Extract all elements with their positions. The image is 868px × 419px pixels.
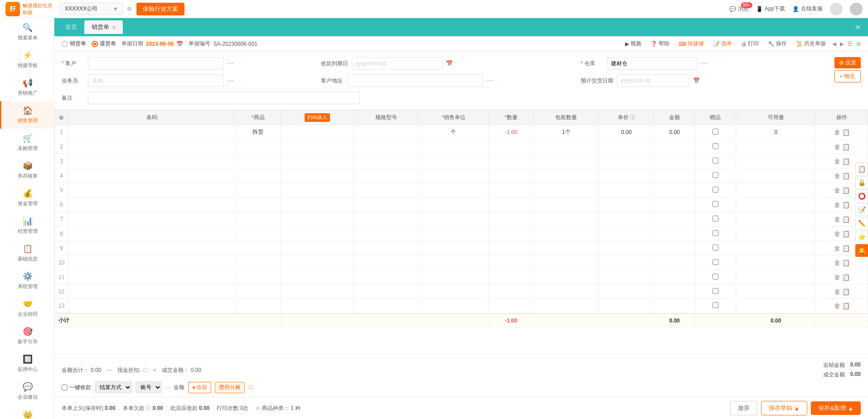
nav-prev-icon[interactable]: ◀ [832,41,836,47]
cell-pkg-1[interactable]: 1个 [534,125,599,140]
unit-price-info-icon[interactable]: ⓘ [630,115,635,120]
sidebar-item-search[interactable]: 🔍 搜索菜单 [0,18,54,46]
float-btn-5[interactable]: ✏️ [855,217,868,230]
date-calendar-icon[interactable]: 📅 [176,41,183,47]
float-btn-1[interactable]: 📋 [855,163,868,175]
cell-barcode-10[interactable] [68,255,235,270]
copy-icon-8[interactable]: 📋 [842,230,850,237]
delete-icon-9[interactable]: 🗑 [834,245,840,252]
delete-icon-3[interactable]: 🗑 [834,158,840,165]
sidebar-item-finance[interactable]: 💰 资金管理 [0,184,54,212]
cell-spec-1[interactable] [354,125,418,140]
cell-unit-3[interactable] [419,154,489,169]
float-btn-7[interactable]: 🔔 [855,244,868,257]
tab-bar-close-icon[interactable]: ✕ [855,23,864,32]
cell-pkg-4[interactable] [534,169,599,183]
cell-barcode-5[interactable] [68,183,235,197]
fee-split-button[interactable]: 费用分摊 [215,382,245,393]
cell-pkg-6[interactable] [534,197,599,212]
help-btn[interactable]: ❓ 帮助 [648,39,672,48]
float-btn-4[interactable]: 📝 [855,203,868,216]
sidebar-item-member[interactable]: 👑 畅会员 [0,405,54,419]
avatar2[interactable] [850,3,863,15]
one-click-checkbox[interactable] [62,385,68,390]
cell-qty-1[interactable]: -1.00 [488,125,534,140]
cell-pkg-2[interactable] [534,140,599,154]
delivery-input[interactable] [617,74,689,87]
cell-pkg-13[interactable] [534,299,599,313]
cell-unit-2[interactable] [419,140,489,154]
cell-pkg-9[interactable] [534,241,599,255]
cell-spec-5[interactable] [354,183,418,197]
cell-gift-9[interactable] [695,241,736,255]
sidebar-item-business[interactable]: 📊 经营管理 [0,212,54,239]
delete-icon-2[interactable]: 🗑 [834,143,840,150]
cell-qty-13[interactable] [488,299,534,313]
cell-amount-7[interactable] [654,212,695,226]
sidebar-item-guide[interactable]: 🎯 新手引导 [0,322,54,350]
add-payment-button[interactable]: ● 添加 [188,382,211,393]
operate-btn[interactable]: 🔧 操作 [765,39,790,48]
copy-icon-12[interactable]: 📋 [842,288,850,295]
cell-qty-2[interactable] [488,140,534,154]
delete-icon-6[interactable]: 🗑 [834,201,840,208]
staff-input[interactable] [88,74,224,87]
copy-icon-2[interactable]: 📋 [842,143,850,150]
cell-pkg-11[interactable] [534,270,599,284]
discard-button[interactable]: 放弃 [730,401,757,415]
copy-icon-6[interactable]: 📋 [842,201,850,208]
cell-product-11[interactable] [235,270,281,284]
cell-price-10[interactable] [599,255,654,270]
cell-unit-13[interactable] [419,299,489,313]
float-btn-2[interactable]: 🔒 [855,176,868,189]
grid-view-icon[interactable]: ⊞ [856,41,861,47]
cell-gift-12[interactable] [695,284,736,299]
tab-close-icon[interactable]: ✕ [112,25,116,30]
cell-barcode-11[interactable] [68,270,235,284]
cell-qty-5[interactable] [488,183,534,197]
cell-price-11[interactable] [599,270,654,284]
video-btn[interactable]: ▶ 视频 [622,39,644,48]
cell-spec-13[interactable] [354,299,418,313]
customer-input[interactable] [88,57,224,70]
cell-amount-9[interactable] [654,241,695,255]
delete-icon-1[interactable]: 🗑 [834,129,840,136]
copy-icon-10[interactable]: 📋 [842,259,850,266]
receipt-date-input[interactable] [352,57,442,70]
cell-product-5[interactable] [235,183,281,197]
cell-barcode-1[interactable] [68,125,235,140]
cell-barcode-2[interactable] [68,140,235,154]
copy-icon-9[interactable]: 📋 [842,245,850,252]
cell-product-6[interactable] [235,197,281,212]
delete-icon-13[interactable]: 🗑 [834,302,840,309]
cell-barcode-4[interactable] [68,169,235,183]
cell-qty-11[interactable] [488,270,534,284]
cell-gift-4[interactable] [695,169,736,183]
radio-sales[interactable]: 销货单 [62,40,86,48]
sidebar-item-marketing[interactable]: 📢 营销推广 [0,73,54,101]
fee-info-icon[interactable]: ⓘ [248,384,253,391]
delete-icon-11[interactable]: 🗑 [834,274,840,281]
account-select[interactable]: 账号 [136,381,162,393]
cell-spec-10[interactable] [354,255,418,270]
cell-amount-3[interactable] [654,154,695,169]
cell-pkg-12[interactable] [534,284,599,299]
cell-price-2[interactable] [599,140,654,154]
cell-barcode-3[interactable] [68,154,235,169]
copy-icon-11[interactable]: 📋 [842,274,850,281]
scan-button[interactable]: 扫码录入 [305,113,330,122]
cell-pkg-3[interactable] [534,154,599,169]
tab-sales-order[interactable]: 销货单 ✕ [84,20,123,34]
cell-product-8[interactable] [235,226,281,241]
cell-qty-6[interactable] [488,197,534,212]
float-btn-3[interactable]: ⭕ [855,190,868,202]
cell-product-10[interactable] [235,255,281,270]
cell-amount-1[interactable]: 0.00 [654,125,695,140]
cell-amount-2[interactable] [654,140,695,154]
remarks-input[interactable] [88,92,360,104]
cell-unit-4[interactable] [419,169,489,183]
cell-price-9[interactable] [599,241,654,255]
save-new-button[interactable]: 保存&新增 ▲ [811,401,861,415]
cell-barcode-13[interactable] [68,299,235,313]
arrears-info-icon[interactable]: ⓘ [146,405,151,411]
